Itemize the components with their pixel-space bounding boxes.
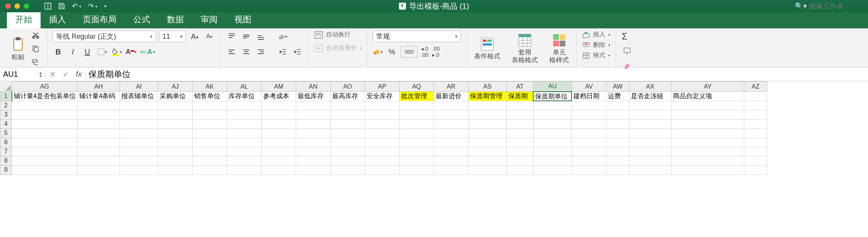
cell[interactable] <box>629 119 671 128</box>
increase-indent-button[interactable] <box>292 46 303 58</box>
cell[interactable]: 辅计量4是否包装单位 <box>12 92 78 101</box>
cell[interactable] <box>744 156 767 165</box>
undo-button[interactable]: ↶ ▾ <box>72 2 81 10</box>
cell[interactable] <box>227 138 261 147</box>
italic-button[interactable]: I <box>67 46 79 58</box>
copy-button[interactable] <box>30 43 41 54</box>
cell[interactable] <box>296 147 330 156</box>
phonetic-button[interactable]: abcA▾ <box>140 46 155 58</box>
cell[interactable]: 是否走冻链 <box>629 92 671 101</box>
cell[interactable] <box>158 138 192 147</box>
align-bottom-button[interactable] <box>255 31 267 42</box>
cell[interactable] <box>158 128 192 138</box>
cell[interactable] <box>120 128 158 138</box>
cell[interactable] <box>468 128 506 138</box>
cell[interactable] <box>744 101 767 110</box>
cell[interactable] <box>158 119 192 128</box>
row-header[interactable]: 6 <box>0 138 12 147</box>
select-all-corner[interactable] <box>0 82 12 92</box>
tab-formulas[interactable]: 公式 <box>125 11 159 28</box>
cell[interactable] <box>227 147 261 156</box>
cell[interactable] <box>468 101 506 110</box>
cell[interactable] <box>296 165 330 174</box>
cell[interactable] <box>261 147 296 156</box>
cell[interactable] <box>572 128 606 138</box>
cell[interactable] <box>77 147 120 156</box>
cell[interactable] <box>77 110 120 119</box>
cell[interactable] <box>227 119 261 128</box>
cell[interactable] <box>330 138 365 147</box>
cell[interactable] <box>533 138 572 147</box>
cell[interactable] <box>12 147 78 156</box>
cell[interactable] <box>434 156 468 165</box>
cell[interactable] <box>506 101 533 110</box>
cell[interactable]: 商品自定义项 <box>671 92 744 101</box>
cell[interactable] <box>533 101 572 110</box>
column-header[interactable]: AH <box>77 82 120 92</box>
cell[interactable] <box>606 101 629 110</box>
search-input[interactable] <box>809 2 863 10</box>
cell[interactable] <box>671 156 744 165</box>
cell[interactable] <box>365 147 399 156</box>
cell[interactable]: 保质期 <box>506 92 533 101</box>
cell[interactable] <box>296 138 330 147</box>
cell[interactable] <box>468 156 506 165</box>
align-right-button[interactable] <box>255 46 267 58</box>
cell[interactable] <box>629 165 671 174</box>
cell[interactable] <box>296 128 330 138</box>
cell[interactable] <box>77 156 120 165</box>
comma-format-button[interactable]: 000 <box>401 46 418 58</box>
cell[interactable] <box>533 119 572 128</box>
align-middle-button[interactable] <box>241 31 252 42</box>
row-header[interactable]: 5 <box>0 128 12 138</box>
decrease-font-button[interactable]: A▾ <box>203 31 215 42</box>
cell[interactable] <box>261 101 296 110</box>
minimize-window-button[interactable] <box>15 3 20 9</box>
cell[interactable] <box>506 138 533 147</box>
column-header[interactable]: AQ <box>399 82 434 92</box>
cell[interactable] <box>434 128 468 138</box>
cell[interactable] <box>671 165 744 174</box>
cell[interactable] <box>192 165 227 174</box>
column-header[interactable]: AI <box>120 82 158 92</box>
cell[interactable] <box>533 165 572 174</box>
column-header[interactable]: AX <box>629 82 671 92</box>
cell[interactable] <box>365 101 399 110</box>
cell[interactable] <box>629 138 671 147</box>
cell[interactable] <box>120 147 158 156</box>
formula-input[interactable] <box>86 69 868 79</box>
cell[interactable]: 辅计量4条码 <box>77 92 120 101</box>
cell[interactable]: 库存单位 <box>227 92 261 101</box>
cell[interactable] <box>671 110 744 119</box>
cell[interactable] <box>434 138 468 147</box>
worksheet-grid[interactable]: AGAHAIAJAKALAMANAOAPAQARASATAUAVAWAXAYAZ… <box>0 81 868 175</box>
bold-button[interactable]: B <box>52 46 64 58</box>
cell[interactable] <box>629 128 671 138</box>
cell[interactable] <box>533 147 572 156</box>
tab-insert[interactable]: 插入 <box>41 11 74 28</box>
cell[interactable] <box>468 147 506 156</box>
insert-cells-button[interactable]: 插入▾ <box>582 31 610 39</box>
font-color-button[interactable]: A▾ <box>125 46 137 58</box>
cell[interactable] <box>261 165 296 174</box>
cell[interactable] <box>330 110 365 119</box>
cell[interactable]: 最高库存 <box>330 92 365 101</box>
cell[interactable] <box>671 119 744 128</box>
cell[interactable] <box>227 128 261 138</box>
cell[interactable] <box>227 110 261 119</box>
font-size-combo[interactable]: 11▾ <box>159 31 186 42</box>
cell[interactable] <box>158 147 192 156</box>
orientation-button[interactable]: ab▾ <box>277 31 288 42</box>
cell[interactable] <box>468 138 506 147</box>
accounting-format-button[interactable]: ▾ <box>373 46 383 58</box>
column-header[interactable]: AG <box>12 82 78 92</box>
autosum-button[interactable]: Σ <box>621 31 628 42</box>
cell[interactable] <box>12 119 78 128</box>
cell[interactable]: 报表辅单位 <box>120 92 158 101</box>
cell[interactable] <box>606 128 629 138</box>
column-header[interactable]: AY <box>671 82 744 92</box>
column-header[interactable]: AZ <box>744 82 767 92</box>
cell[interactable]: 保质期单位 <box>533 92 572 101</box>
cell[interactable] <box>12 165 78 174</box>
cell[interactable] <box>572 156 606 165</box>
